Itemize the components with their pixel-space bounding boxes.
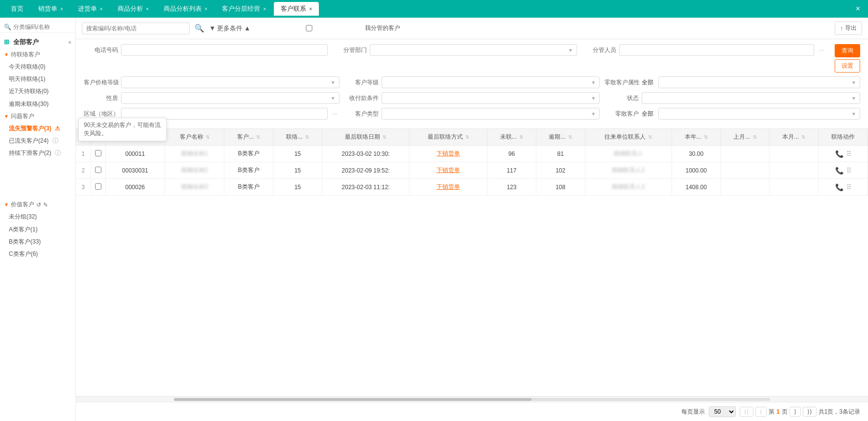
- more-action-icon[interactable]: ⠿: [846, 150, 851, 158]
- close-icon[interactable]: ×: [205, 6, 208, 12]
- sort-icon[interactable]: ⇅: [305, 134, 309, 140]
- next-page-button[interactable]: ⟩: [790, 407, 801, 417]
- sidebar-item-today[interactable]: 今天待联络(0): [0, 61, 75, 73]
- payment-select[interactable]: [382, 92, 600, 104]
- zero-customer-select[interactable]: [658, 108, 860, 120]
- customer-type-select[interactable]: [382, 108, 600, 120]
- window-close-button[interactable]: ×: [852, 4, 864, 13]
- nature-select[interactable]: [121, 92, 339, 104]
- price-level-select[interactable]: [121, 76, 339, 88]
- filter-price-level-select[interactable]: ▼: [121, 76, 339, 88]
- per-page-select[interactable]: 50 100 200: [709, 406, 736, 417]
- edit-icon[interactable]: ✎: [43, 201, 48, 208]
- dept-select[interactable]: [370, 44, 577, 56]
- contact-icon[interactable]: 📞: [835, 150, 844, 158]
- filter-staff-select[interactable]: [619, 44, 814, 56]
- first-page-button[interactable]: ⟨⟨: [740, 407, 753, 417]
- close-icon[interactable]: ×: [263, 6, 266, 12]
- close-icon[interactable]: ×: [309, 6, 312, 12]
- more-staff-icon[interactable]: ···: [817, 47, 826, 53]
- row-last-method[interactable]: 下销货单: [410, 162, 487, 179]
- contact-icon[interactable]: 📞: [835, 183, 844, 191]
- row-checkbox[interactable]: [91, 162, 105, 179]
- more-conditions-button[interactable]: ▼ 更多条件 ▲: [209, 24, 250, 33]
- sidebar-item-ungrouped[interactable]: 未分组(32): [0, 211, 75, 223]
- search-icon: 🔍: [194, 24, 204, 32]
- last-page-button[interactable]: ⟩⟩: [803, 407, 817, 417]
- contact-icon[interactable]: 📞: [835, 167, 844, 174]
- close-icon[interactable]: ×: [100, 6, 103, 12]
- row-last-month: [721, 179, 770, 196]
- search-button[interactable]: 🔍: [194, 24, 204, 33]
- my-customers-checkbox[interactable]: [255, 25, 363, 31]
- sort-icon[interactable]: ⇅: [206, 134, 210, 140]
- tab-customer-tier[interactable]: 客户分层经营 ×: [215, 2, 273, 16]
- refresh-icon[interactable]: ↺: [36, 201, 41, 208]
- sidebar-item-declining[interactable]: 持续下滑客户(2) ⓘ: [0, 147, 75, 159]
- sort-icon[interactable]: ⇅: [568, 134, 572, 140]
- filter-phone: 电话号码: [84, 44, 328, 56]
- more-region-icon[interactable]: ···: [331, 110, 339, 117]
- more-action-icon[interactable]: ⠿: [846, 167, 851, 174]
- col-contacts: 往来单位联系人 ⇅: [585, 129, 672, 146]
- close-icon[interactable]: ×: [60, 6, 63, 12]
- filter-payment-select[interactable]: ▼: [382, 92, 600, 104]
- row-checkbox[interactable]: [91, 179, 105, 196]
- tab-customer-contact[interactable]: 客户联系 ×: [274, 2, 319, 16]
- tab-product-analysis[interactable]: 商品分析 ×: [111, 2, 156, 16]
- zero-attr-select[interactable]: [658, 76, 860, 88]
- filter-customer-type-select[interactable]: ▼: [382, 108, 600, 120]
- tab-sales[interactable]: 销货单 ×: [31, 2, 70, 16]
- sort-icon[interactable]: ⇅: [256, 134, 260, 140]
- tab-home[interactable]: 首页: [4, 2, 30, 16]
- export-button[interactable]: ↑ 导出: [835, 22, 862, 35]
- prev-page-button[interactable]: ⟨: [755, 407, 767, 417]
- my-customers-checkbox-label[interactable]: 我分管的客户: [255, 24, 400, 32]
- collapse-icon[interactable]: «: [68, 39, 72, 46]
- row-last-method[interactable]: 下销货单: [410, 146, 487, 162]
- filter-staff-input[interactable]: [619, 44, 814, 56]
- filter-zero-customer-select[interactable]: ▼: [658, 108, 860, 120]
- sort-icon[interactable]: ⇅: [519, 134, 523, 140]
- status-select[interactable]: [642, 92, 860, 104]
- customer-level-select[interactable]: [382, 76, 600, 88]
- horizontal-scrollbar[interactable]: [76, 396, 868, 402]
- sort-icon[interactable]: ⇅: [704, 134, 708, 140]
- query-button[interactable]: 查询: [835, 44, 860, 57]
- sidebar-item-type-b[interactable]: B类客户(33): [0, 236, 75, 248]
- setting-button[interactable]: 设置: [835, 59, 860, 73]
- sort-icon[interactable]: ⇅: [801, 134, 805, 140]
- row-last-method[interactable]: 下销货单: [410, 179, 487, 196]
- tab-purchase[interactable]: 进货单 ×: [71, 2, 110, 16]
- col-last-month: 上月... ⇅: [721, 129, 770, 146]
- sort-icon[interactable]: ⇅: [753, 134, 757, 140]
- sidebar-item-7days[interactable]: 近7天待联络(0): [0, 85, 75, 98]
- search-input[interactable]: [82, 23, 190, 34]
- row-contact-count: 15: [273, 162, 322, 179]
- sort-icon[interactable]: ⇅: [465, 134, 469, 140]
- close-icon[interactable]: ×: [146, 6, 149, 12]
- tab-product-analysis-list[interactable]: 商品分析列表 ×: [157, 2, 215, 16]
- sidebar-all-customers[interactable]: ⊞ 全部客户 «: [0, 36, 75, 49]
- scrollbar-thumb[interactable]: [174, 398, 531, 401]
- sidebar-item-churn-warning[interactable]: 流失预警客户(3) ⚠: [0, 123, 75, 135]
- sidebar-item-type-a[interactable]: A类客户(1): [0, 223, 75, 236]
- sidebar-group-value[interactable]: ▼ 价值客户 ↺ ✎: [0, 198, 75, 211]
- sidebar-search-input[interactable]: [13, 24, 72, 30]
- filter-zero-attr-select[interactable]: ▼: [658, 76, 860, 88]
- sidebar-item-churned[interactable]: 已流失客户(24) ⓘ: [0, 135, 75, 147]
- sort-icon[interactable]: ⇅: [648, 134, 652, 140]
- sidebar-group-pending[interactable]: ▼ 待联络客户: [0, 49, 75, 61]
- more-action-icon[interactable]: ⠿: [846, 183, 851, 191]
- sidebar-item-tomorrow[interactable]: 明天待联络(1): [0, 73, 75, 85]
- filter-nature-select[interactable]: ▼: [121, 92, 339, 104]
- filter-customer-level-select[interactable]: ▼: [382, 76, 600, 88]
- sidebar-item-type-c[interactable]: C类客户(6): [0, 248, 75, 260]
- sidebar-item-overdue[interactable]: 逾期未联络(30): [0, 98, 75, 110]
- filter-dept-select[interactable]: ▼: [370, 44, 577, 56]
- row-checkbox[interactable]: [91, 146, 105, 162]
- sort-icon[interactable]: ⇅: [383, 134, 386, 140]
- sidebar-group-problem[interactable]: ▼ 问题客户: [0, 110, 75, 123]
- filter-status-select[interactable]: ▼: [642, 92, 860, 104]
- filter-phone-input[interactable]: [121, 44, 328, 56]
